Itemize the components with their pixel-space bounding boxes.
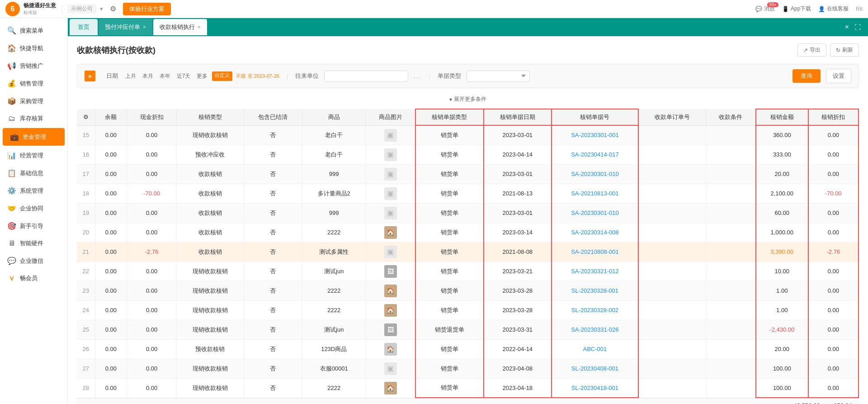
message-btn[interactable]: 💬 消息 99+ bbox=[755, 5, 775, 13]
refresh-btn[interactable]: ↻ 刷新 bbox=[830, 43, 859, 57]
bill-no-link[interactable]: SA-20230414-017 bbox=[571, 151, 619, 158]
partner-dots[interactable]: ... bbox=[414, 73, 421, 80]
date-custom-btn[interactable]: 自定义 bbox=[212, 71, 232, 81]
cell-balance: 0.00 bbox=[95, 242, 127, 261]
filter-settings-btn[interactable]: 设置 bbox=[826, 69, 851, 83]
th-bill-no: 核销单据号 bbox=[552, 109, 638, 125]
bill-no-link[interactable]: SL-20230418-001 bbox=[571, 385, 618, 391]
cell-bill-date: 2023-04-08 bbox=[484, 359, 552, 378]
bill-no-link[interactable]: ABC-001 bbox=[583, 346, 607, 352]
bill-type-select[interactable] bbox=[467, 71, 530, 82]
bill-no-link[interactable]: SL-20230328-002 bbox=[571, 307, 618, 314]
sidebar-item-wechat[interactable]: 💬 企业微信 bbox=[0, 252, 67, 270]
tab-close-all-icon[interactable]: × bbox=[843, 21, 851, 33]
app-icon: 📱 bbox=[782, 6, 789, 12]
settings-gear-icon[interactable]: ⚙ bbox=[107, 3, 119, 15]
sidebar-item-system[interactable]: ⚙️ 系统管理 bbox=[0, 182, 67, 200]
cell-cancel-amount: 1,000.00 bbox=[756, 223, 808, 242]
cell-cancel-discount: -70.00 bbox=[808, 184, 859, 203]
online-service-btn[interactable]: 👤 在线客服 bbox=[818, 5, 849, 13]
page-title-actions: ↗ 导出 ↻ 刷新 bbox=[797, 43, 859, 57]
column-settings-icon[interactable]: ⚙ bbox=[83, 114, 89, 120]
sidebar-item-sales[interactable]: 💰 销售管理 bbox=[0, 75, 67, 92]
basic-info-icon: 📋 bbox=[7, 169, 16, 177]
date-link-this-month[interactable]: 本月 bbox=[141, 71, 155, 81]
sidebar-item-operations[interactable]: 📊 经营管理 bbox=[0, 147, 67, 164]
cell-id: 20 bbox=[77, 223, 95, 242]
filter-toggle-btn[interactable]: » bbox=[85, 71, 95, 81]
cell-cancel-discount: 0.00 bbox=[808, 281, 859, 300]
date-range-text: 不限 至 2023-07-26 bbox=[236, 73, 279, 80]
sidebar-item-inventory[interactable]: 🗂 库存核算 bbox=[0, 110, 67, 127]
sidebar-item-marketing[interactable]: 📢 营销推广 bbox=[0, 57, 67, 75]
cell-cancel-amount: 1.00 bbox=[756, 281, 808, 300]
date-link-more[interactable]: 更多 bbox=[195, 71, 209, 81]
cell-receipt-order bbox=[638, 125, 706, 145]
table-row: 26 0.00 0.00 预收款核销 否 123D商品 🏠 销货单 2022-0… bbox=[77, 339, 859, 359]
table-row: 15 0.00 0.00 现销收款核销 否 老白干 ▣ 销货单 2023-03-… bbox=[77, 125, 859, 145]
export-btn[interactable]: ↗ 导出 bbox=[797, 43, 826, 57]
sidebar-item-basic-info[interactable]: 📋 基础信息 bbox=[0, 164, 67, 182]
bill-no-link[interactable]: SA-20210813-001 bbox=[571, 190, 619, 197]
date-link-prev-month[interactable]: 上月 bbox=[123, 71, 138, 81]
bill-no-link[interactable]: SA-20230301-001 bbox=[571, 132, 619, 138]
query-btn[interactable]: 查询 bbox=[793, 69, 821, 83]
th-receipt-condition: 收款条件 bbox=[706, 109, 756, 125]
cell-balance: 0.00 bbox=[95, 145, 127, 164]
user-name[interactable]: Rit bbox=[856, 6, 863, 12]
sidebar-item-hardware[interactable]: 🖥 智能硬件 bbox=[0, 235, 67, 252]
cell-balance: 0.00 bbox=[95, 184, 127, 203]
cell-bill-no: SA-20230301-001 bbox=[552, 125, 638, 145]
sidebar-item-enterprise[interactable]: 🤝 企业协同 bbox=[0, 200, 67, 217]
date-link-this-year[interactable]: 本年 bbox=[158, 71, 172, 81]
company-chevron-icon[interactable]: ▾ bbox=[100, 5, 103, 12]
table-row: 28 0.00 0.00 现销收款核销 否 2222 🏠 销货单 2023-04… bbox=[77, 378, 859, 398]
sidebar-item-search[interactable]: 🔍 搜索菜单 bbox=[0, 22, 67, 39]
tab-home[interactable]: 首页 bbox=[70, 19, 98, 35]
cell-id: 18 bbox=[77, 184, 95, 203]
bill-no-link[interactable]: SA-20230321-012 bbox=[571, 268, 619, 275]
tab-prepay[interactable]: 预付冲应付单 × bbox=[99, 19, 152, 35]
layout: 🔍 搜索菜单 🏠 快捷导航 📢 营销推广 💰 销售管理 📦 采购管理 🗂 库存核… bbox=[0, 18, 868, 404]
sidebar-item-nav[interactable]: 🏠 快捷导航 bbox=[0, 39, 67, 57]
bill-no-link[interactable]: SA-20210808-001 bbox=[571, 248, 619, 255]
cell-receipt-condition bbox=[706, 300, 756, 320]
bill-no-link[interactable]: SA-20230331-026 bbox=[571, 326, 619, 333]
company-name[interactable]: 示例公司 bbox=[67, 4, 96, 14]
cell-cancel-type: 收款核销 bbox=[176, 242, 244, 261]
cell-receipt-condition bbox=[706, 223, 756, 242]
partner-input[interactable] bbox=[324, 71, 408, 82]
cell-cancel-type: 现销收款核销 bbox=[176, 281, 244, 300]
bill-no-link[interactable]: SA-20230301-010 bbox=[571, 209, 619, 216]
date-link-7days[interactable]: 近7天 bbox=[175, 71, 193, 81]
bill-no-link[interactable]: SA-20230314-008 bbox=[571, 229, 619, 236]
finance-icon: 💼 bbox=[10, 133, 19, 141]
cell-product-img: 🏠 bbox=[366, 378, 416, 398]
tab-prepay-close-icon[interactable]: × bbox=[143, 24, 146, 30]
table-container: ⚙ 余额 现金折扣 核销类型 包含已结清 商品 商品图片 核销单据类型 核 bbox=[77, 109, 859, 398]
sidebar-item-vip[interactable]: V 畅会员 bbox=[0, 270, 67, 287]
th-settings[interactable]: ⚙ bbox=[77, 109, 95, 125]
bill-no-link[interactable]: SL-20230408-001 bbox=[571, 365, 618, 372]
cell-receipt-condition bbox=[706, 145, 756, 164]
cell-receipt-order bbox=[638, 184, 706, 203]
app-download-btn[interactable]: 📱 App下载 bbox=[782, 5, 811, 13]
cell-receipt-condition bbox=[706, 261, 756, 281]
table-row: 16 0.00 0.00 预收冲应收 否 老白干 ▣ 销货单 2023-04-1… bbox=[77, 145, 859, 164]
bill-no-link[interactable]: SA-20230301-010 bbox=[571, 171, 619, 177]
sidebar-item-finance[interactable]: 💼 资金管理 bbox=[3, 128, 65, 146]
th-product-img: 商品图片 bbox=[366, 109, 416, 125]
industry-btn[interactable]: 体验行业方案 bbox=[123, 3, 171, 15]
cell-bill-type: 销货单 bbox=[415, 378, 483, 398]
tab-maximize-icon[interactable]: ⛶ bbox=[853, 22, 863, 33]
cell-balance: 0.00 bbox=[95, 164, 127, 184]
divider bbox=[61, 5, 62, 14]
tab-receipt[interactable]: 收款核销执行 × bbox=[153, 19, 207, 35]
expand-more-row[interactable]: ▾ 展开更多条件 bbox=[77, 94, 859, 105]
sidebar-item-guide[interactable]: 🎯 新手引导 bbox=[0, 217, 67, 235]
cell-product-img: ▣ bbox=[366, 203, 416, 223]
tab-receipt-close-icon[interactable]: × bbox=[198, 24, 201, 30]
sidebar-item-purchase[interactable]: 📦 采购管理 bbox=[0, 92, 67, 110]
bill-no-link[interactable]: SL-20230328-001 bbox=[571, 287, 618, 294]
table-footer: 40,556,66... 952.24 bbox=[77, 398, 859, 404]
